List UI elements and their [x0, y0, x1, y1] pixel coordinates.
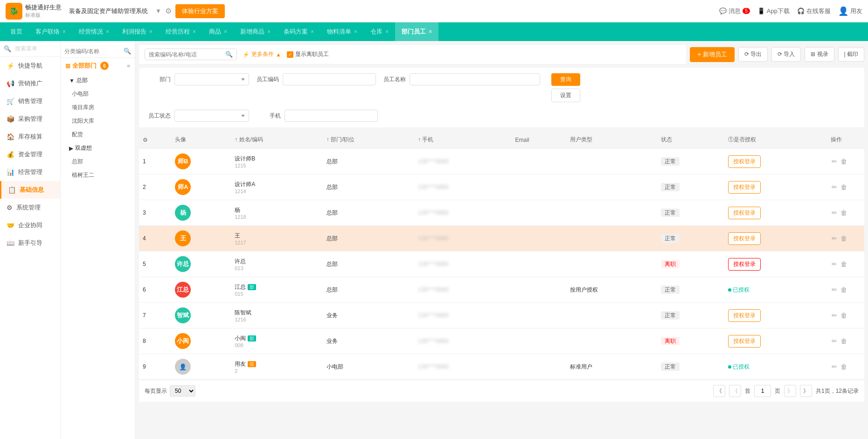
all-dept-header[interactable]: ⊞ 全部部门 6 « [61, 58, 135, 74]
tab-home[interactable]: 首页 [4, 22, 29, 41]
tab-bom[interactable]: 物料清单 × [320, 22, 364, 41]
dept-general-header[interactable]: ▼ 总部 [64, 74, 135, 87]
th-dept-pos[interactable]: ↑ 部门/职位 [323, 131, 414, 149]
th-settings[interactable]: ⚙ [139, 131, 171, 149]
sidebar-item-management[interactable]: 📊经营管理 [0, 163, 60, 181]
edit-button[interactable]: ✏ [832, 363, 837, 370]
edit-button[interactable]: ✏ [832, 337, 837, 345]
last-page-button[interactable]: 》 [800, 385, 812, 397]
export-button[interactable]: ⟳ 导出 [738, 47, 768, 62]
more-filters-btn[interactable]: ⚡ 更多条件 ▲ [243, 50, 281, 58]
dept-filter-select[interactable] [174, 73, 249, 85]
edit-button[interactable]: ✏ [832, 312, 837, 319]
prev-page-button[interactable]: 〈 [729, 385, 741, 397]
more-button[interactable]: | 截印 [838, 47, 864, 62]
collapse-left-icon[interactable]: « [127, 63, 130, 69]
sidebar-item-system[interactable]: ⚙系统管理 [0, 199, 60, 216]
edit-button[interactable]: ✏ [832, 209, 837, 216]
search-button[interactable]: 查询 [551, 73, 580, 86]
view-button[interactable]: ⊞ 视录 [805, 47, 834, 62]
close-icon[interactable]: × [106, 28, 109, 35]
first-page-button[interactable]: 《 [713, 385, 725, 397]
tab-profit[interactable]: 利润报告 × [116, 22, 159, 41]
sidebar-search[interactable]: 🔍 搜索菜单 [0, 41, 60, 57]
tab-barcode[interactable]: 条码方案 × [277, 22, 320, 41]
tab-history[interactable]: 经营历程 × [159, 22, 202, 41]
tab-operation[interactable]: 经营情况 × [72, 22, 116, 41]
auth-button[interactable]: 授权登录 [728, 335, 761, 348]
dept-item-xiaodian[interactable]: 小电部 [64, 87, 135, 101]
show-resigned-toggle[interactable]: ✓ 显示离职员工 [287, 50, 329, 58]
tab-customer[interactable]: 客户联络 × [29, 22, 72, 41]
dept-double-header[interactable]: ▶ 双虚想 [64, 141, 135, 155]
status-filter-select[interactable] [174, 110, 249, 122]
delete-button[interactable]: 🗑 [840, 209, 847, 216]
sidebar-item-marketing[interactable]: 📢营销推广 [0, 75, 60, 92]
edit-button[interactable]: ✏ [832, 260, 837, 268]
table-settings-icon[interactable]: ⚙ [143, 137, 148, 143]
dept-search-icon[interactable]: 🔍 [124, 48, 131, 55]
import-button[interactable]: ⟳ 导入 [771, 47, 801, 62]
search-icon[interactable]: 🔍 [225, 51, 233, 58]
auth-button[interactable]: 授权登录 [728, 207, 761, 219]
set-button[interactable]: 设置 [551, 89, 580, 102]
close-icon[interactable]: × [311, 28, 314, 35]
settings-icon[interactable]: ⚙ [165, 7, 172, 15]
close-icon[interactable]: × [62, 28, 66, 35]
delete-button[interactable]: 🗑 [840, 260, 847, 268]
dept-item-tree-king[interactable]: 植树王二 [64, 168, 135, 182]
message-action[interactable]: 💬 消息 5 [719, 7, 750, 15]
dept-item-shenyang[interactable]: 沈阳大库 [64, 114, 135, 128]
edit-button[interactable]: ✏ [832, 235, 837, 242]
sidebar-item-collab[interactable]: 🤝企业协同 [0, 216, 60, 234]
phone-filter-input[interactable] [285, 110, 378, 122]
close-icon[interactable]: × [149, 28, 153, 35]
next-page-button[interactable]: 〉 [784, 385, 796, 397]
trial-button[interactable]: 体验行业方案 [175, 4, 225, 18]
delete-button[interactable]: 🗑 [840, 363, 847, 370]
close-icon[interactable]: × [385, 28, 389, 35]
sidebar-item-finance[interactable]: 💰资金管理 [0, 146, 60, 163]
search-input[interactable] [149, 51, 223, 58]
app-download-action[interactable]: 📱 App下载 [757, 7, 790, 15]
edit-button[interactable]: ✏ [832, 183, 837, 191]
dept-item-project[interactable]: 项目库房 [64, 101, 135, 114]
delete-button[interactable]: 🗑 [840, 286, 847, 293]
dept-search-input[interactable] [64, 48, 124, 55]
close-icon[interactable]: × [429, 28, 432, 35]
tab-add-goods[interactable]: 新增商品 × [234, 22, 277, 41]
close-icon[interactable]: × [224, 28, 227, 35]
sidebar-item-purchase[interactable]: 📦采购管理 [0, 110, 60, 128]
user-action[interactable]: 👤 用友 [838, 6, 862, 16]
edit-button[interactable]: ✏ [832, 286, 837, 293]
delete-button[interactable]: 🗑 [840, 235, 847, 242]
dept-collapse-btn[interactable]: 6 [100, 62, 109, 70]
close-icon[interactable]: × [354, 28, 357, 35]
perpage-select[interactable]: 50 100 200 [170, 385, 195, 397]
auth-button[interactable]: 授权登录 [728, 309, 761, 322]
empcode-filter-input[interactable] [283, 73, 376, 85]
close-icon[interactable]: × [193, 28, 196, 35]
th-name-code[interactable]: ↑ 姓名/编码 [231, 131, 322, 149]
sidebar-item-sales[interactable]: 🛒销售管理 [0, 92, 60, 110]
tab-warehouse[interactable]: 仓库 × [364, 22, 395, 41]
sidebar-item-quicknav[interactable]: ⚡快捷导航 [0, 57, 60, 75]
dept-item-general[interactable]: 总部 [64, 155, 135, 168]
delete-button[interactable]: 🗑 [840, 158, 847, 165]
auth-button[interactable]: 授权登录 [728, 258, 761, 271]
page-number-input[interactable] [754, 385, 771, 397]
dropdown-arrow-icon[interactable]: ▼ [155, 7, 161, 14]
close-icon[interactable]: × [267, 28, 271, 35]
empname-filter-input[interactable] [410, 73, 540, 85]
edit-button[interactable]: ✏ [832, 158, 837, 165]
th-phone[interactable]: ↑ 手机 [414, 131, 512, 149]
sidebar-item-basic[interactable]: 📋基础信息 [0, 181, 60, 199]
auth-button[interactable]: 授权登录 [728, 232, 761, 245]
tab-goods[interactable]: 商品 × [202, 22, 234, 41]
delete-button[interactable]: 🗑 [840, 337, 847, 345]
dept-item-peihuo[interactable]: 配货 [64, 128, 135, 141]
auth-button[interactable]: 授权登录 [728, 155, 761, 168]
delete-button[interactable]: 🗑 [840, 312, 847, 319]
delete-button[interactable]: 🗑 [840, 183, 847, 191]
online-service-action[interactable]: 🎧 在线客服 [797, 7, 831, 15]
